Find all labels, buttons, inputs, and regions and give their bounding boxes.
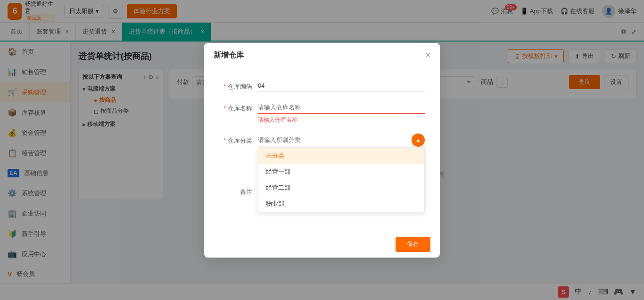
code-label: 仓库编码 [219,80,252,91]
modal-overlay[interactable]: 新增仓库 × 仓库编码 仓库名称 请输入仓库名称 仓库分类 [0,0,644,300]
form-item-name: 仓库名称 请输入仓库名称 [219,101,425,124]
modal-header: 新增仓库 × [204,43,440,68]
warehouse-name-input[interactable] [258,101,425,114]
category-label: 仓库分类 [219,133,252,145]
modal-close-btn[interactable]: × [425,51,430,59]
category-dropdown-row: ▲ [258,133,425,147]
modal-footer: 保存 [204,231,440,258]
modal-save-btn[interactable]: 保存 [396,237,430,252]
modal-new-warehouse: 新增仓库 × 仓库编码 仓库名称 请输入仓库名称 仓库分类 [204,43,440,258]
category-toggle-btn[interactable]: ▲ [412,133,425,147]
category-option-dept2[interactable]: 经营二部 [258,180,424,196]
form-item-code: 仓库编码 [219,80,425,92]
warehouse-code-input[interactable] [258,80,425,92]
name-label: 仓库名称 [219,101,252,113]
category-option-dept1[interactable]: 经营一部 [258,164,424,180]
category-option-unclassified[interactable]: 未分类 [258,148,424,164]
modal-title: 新增仓库 [214,50,244,60]
code-control [258,80,425,92]
name-control: 请输入仓库名称 [258,101,425,124]
form-item-category: 仓库分类 ▲ 未分类 经营一部 经营二部 物业部 [219,133,425,147]
modal-body: 仓库编码 仓库名称 请输入仓库名称 仓库分类 ▲ [204,68,440,231]
category-option-dept3[interactable]: 物业部 [258,196,424,212]
note-label: 备注 [219,185,252,196]
name-error-msg: 请输入仓库名称 [258,116,425,124]
category-dropdown-list: 未分类 经营一部 经营二部 物业部 [258,147,425,212]
category-control: ▲ 未分类 经营一部 经营二部 物业部 [258,133,425,147]
category-input[interactable] [258,134,412,146]
